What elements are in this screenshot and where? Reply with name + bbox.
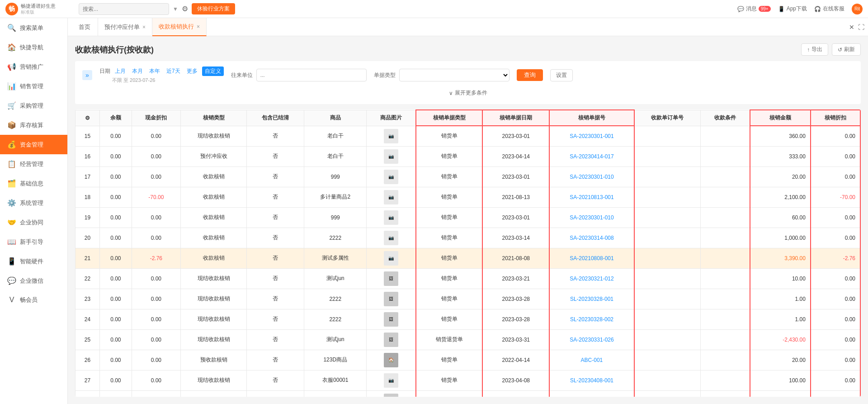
- sidebar-item-marketing[interactable]: 📢营销推广: [0, 57, 67, 76]
- cell-receipt-order-no: [634, 187, 701, 207]
- date-btn-more[interactable]: 更多: [185, 67, 199, 76]
- sidebar-item-purchase[interactable]: 🛒采购管理: [0, 96, 67, 115]
- sidebar-item-finance[interactable]: 💰资金管理: [0, 135, 67, 154]
- cell-verify-bill-no: SA-20230314-008: [549, 228, 634, 248]
- verify-bill-no-link[interactable]: SL-20230408-001: [570, 377, 613, 384]
- sidebar-item-guide[interactable]: 📖新手引导: [0, 232, 67, 252]
- sidebar-item-quick-nav[interactable]: 🏠快捷导航: [0, 38, 67, 57]
- table-row: 22 0.00 0.00 现结收款核销 否 测试jun 🖼 销货单 2023-0…: [75, 268, 861, 289]
- verify-bill-no-link[interactable]: SA-20230314-008: [570, 235, 613, 241]
- sidebar-item-inventory[interactable]: 📦库存核算: [0, 115, 67, 135]
- date-btn-custom[interactable]: 自定义: [202, 67, 224, 76]
- verify-bill-no-link[interactable]: SL-20230328-002: [570, 316, 613, 323]
- cell-cash-discount: 0.00: [132, 390, 180, 397]
- date-range: 不限 至 2023-07-26: [112, 77, 224, 84]
- table-row: 23 0.00 0.00 现结收款核销 否 2222 🖼 销货单 2023-03…: [75, 289, 861, 309]
- table-row: 20 0.00 0.00 收款核销 否 2222 📷 销货单 2023-03-1…: [75, 228, 861, 248]
- tab-prepay[interactable]: 预付冲应付单 ×: [98, 18, 152, 36]
- counterparty-filter: 往来单位: [231, 69, 367, 81]
- refresh-icon: ↺: [838, 47, 842, 53]
- cell-verify-type: 预收款核销: [181, 350, 247, 370]
- th-settings[interactable]: ⚙: [75, 110, 100, 126]
- sidebar-label-wechat: 企业微信: [20, 277, 43, 285]
- cell-goods: 123D商品: [304, 350, 367, 370]
- sidebar-item-sales[interactable]: 📊销售管理: [0, 76, 67, 96]
- cell-goods-img: 🖼: [367, 309, 416, 329]
- table-row: 28 0.00 0.00 现结收款核销 否 2222 🖼 销货单 2023-04…: [75, 390, 861, 397]
- settings-button[interactable]: 设置: [550, 69, 573, 81]
- tab-receipt-verify-close[interactable]: ×: [197, 24, 200, 30]
- cell-verify-bill-type: 销货退货单: [416, 329, 483, 350]
- cell-goods-img: 🖼: [367, 390, 416, 397]
- sidebar-item-search-menu[interactable]: 🔍搜索菜单: [0, 18, 67, 38]
- cell-verify-bill-type: 销货单: [416, 289, 483, 309]
- sidebar-item-enterprise[interactable]: 🤝企业协同: [0, 213, 67, 232]
- verify-bill-no-link[interactable]: SA-20230414-017: [570, 153, 613, 160]
- goods-thumbnail-icon: 🖼: [389, 317, 393, 322]
- sidebar-item-smart-hardware[interactable]: 📱智能硬件: [0, 252, 67, 271]
- top-search-input[interactable]: [79, 3, 169, 15]
- sidebar-item-member[interactable]: V畅会员: [0, 290, 67, 309]
- refresh-button[interactable]: ↺ 刷新: [832, 43, 861, 56]
- verify-bill-no-link[interactable]: SA-20210813-001: [570, 194, 613, 200]
- date-btn-7days[interactable]: 近7天: [165, 67, 182, 76]
- cell-included: 否: [247, 370, 304, 390]
- cell-balance: 0.00: [99, 207, 132, 228]
- verify-bill-no-link[interactable]: SA-20230301-001: [570, 133, 613, 139]
- table-row: 19 0.00 0.00 收款核销 否 999 📷 销货单 2023-03-01…: [75, 207, 861, 228]
- cell-receipt-order-no: [634, 146, 701, 166]
- cell-seq: 19: [75, 207, 100, 228]
- industry-btn[interactable]: 休验行业方案: [192, 3, 235, 14]
- sidebar-item-basic[interactable]: 🗂️基础信息: [0, 174, 67, 193]
- filter-expand-btn[interactable]: »: [82, 70, 92, 80]
- avatar[interactable]: Rit: [852, 4, 863, 14]
- sidebar-item-business[interactable]: 📋经营管理: [0, 154, 67, 174]
- date-btn-this-year[interactable]: 本年: [147, 67, 162, 76]
- tab-receipt-verify[interactable]: 收款核销执行 ×: [152, 18, 207, 36]
- th-verify-type: 核销类型: [181, 110, 247, 126]
- goods-thumbnail-icon: 🏠: [388, 357, 394, 362]
- date-btn-this-month[interactable]: 本月: [130, 67, 145, 76]
- cell-verify-discount: 0.00: [811, 390, 860, 397]
- counterparty-input[interactable]: [256, 69, 367, 81]
- cell-receipt-condition: [701, 289, 750, 309]
- date-btn-last-month[interactable]: 上月: [113, 67, 127, 76]
- verify-bill-no-link[interactable]: SL-20230328-001: [570, 296, 613, 302]
- cell-goods-img: 🏠: [367, 350, 416, 370]
- cell-seq: 25: [75, 329, 100, 350]
- tab-home[interactable]: 首页: [71, 18, 98, 36]
- cell-included: 否: [247, 146, 304, 166]
- app-download-btn[interactable]: 📱 App下载: [778, 5, 807, 13]
- cell-goods: 衣服00001: [304, 370, 367, 390]
- verify-bill-no-link[interactable]: SA-20210808-001: [570, 255, 613, 261]
- sidebar-item-system[interactable]: ⚙️系统管理: [0, 193, 67, 213]
- page-title: 收款核销执行(按收款): [75, 44, 154, 55]
- top-right: 💬 消息 99+ 📱 App下载 🎧 在线客服 Rit: [737, 4, 863, 14]
- cell-verify-bill-no: SL-20230408-001: [549, 370, 634, 390]
- verify-bill-no-link[interactable]: SA-20230301-010: [570, 214, 613, 221]
- expand-conditions-btn[interactable]: ∨ 展开更多条件: [82, 87, 854, 99]
- goods-thumbnail-icon: 📷: [388, 133, 394, 138]
- quick-nav-icon: 🏠: [7, 43, 16, 52]
- export-icon: ↑: [807, 47, 810, 53]
- cell-verify-bill-no: SA-20230301-010: [549, 166, 634, 187]
- verify-bill-no-link[interactable]: SA-20230301-010: [570, 174, 613, 180]
- sidebar-item-wechat[interactable]: 💬企业微信: [0, 271, 67, 290]
- settings-icon[interactable]: ⚙: [182, 5, 188, 13]
- window-close-icon[interactable]: ✕: [849, 24, 854, 31]
- cell-verify-bill-no: SA-20210808-001: [549, 248, 634, 268]
- voucher-type-select[interactable]: [399, 69, 509, 81]
- cell-seq: 18: [75, 187, 100, 207]
- dropdown-arrow-icon[interactable]: ▼: [173, 6, 178, 12]
- query-button[interactable]: 查询: [517, 69, 543, 81]
- tab-prepay-close[interactable]: ×: [142, 24, 146, 30]
- verify-bill-no-link[interactable]: ABC-001: [581, 357, 603, 363]
- message-btn[interactable]: 💬 消息 99+: [737, 5, 771, 13]
- cell-cash-discount: -2.76: [132, 248, 180, 268]
- verify-bill-no-link[interactable]: SA-20230331-026: [570, 337, 613, 343]
- export-button[interactable]: ↑ 导出: [801, 43, 828, 56]
- tab-actions: ✕ ⛶: [849, 24, 864, 31]
- online-service-btn[interactable]: 🎧 在线客服: [814, 5, 844, 13]
- verify-bill-no-link[interactable]: SA-20230321-012: [570, 276, 613, 282]
- window-maximize-icon[interactable]: ⛶: [858, 24, 864, 31]
